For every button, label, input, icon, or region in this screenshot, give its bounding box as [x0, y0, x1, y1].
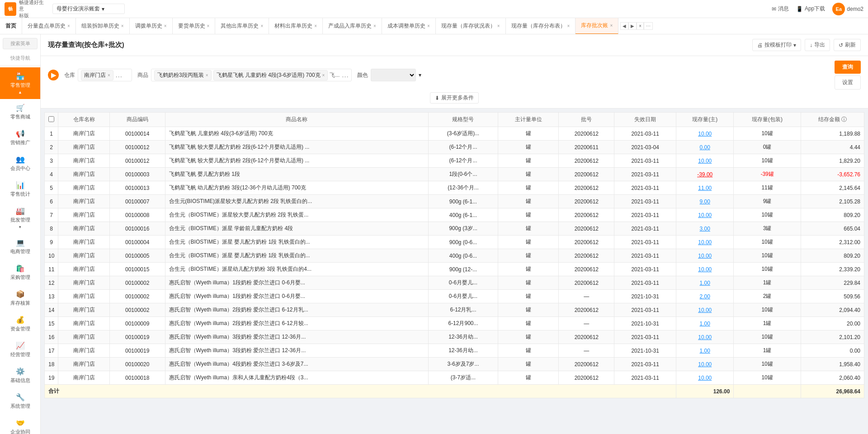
logo-icon-text: 畅 — [8, 6, 13, 12]
td-qty-main[interactable]: 3.00 — [676, 222, 734, 236]
th-name: 商品名称 — [165, 113, 428, 127]
sidebar-item-ecommerce[interactable]: 💻 电商管理 — [0, 234, 40, 259]
tab-10[interactable]: 现存量（库存分布表） × — [506, 18, 576, 34]
td-spec: 3-6岁及7岁... — [428, 358, 498, 371]
td-code: 00100020 — [109, 358, 165, 371]
sidebar-item-purchase[interactable]: 🛍️ 采购管理 — [0, 259, 40, 285]
sidebar-item-retail[interactable]: 🏪 零售管理 ▲ — [0, 67, 40, 99]
color-select[interactable] — [371, 69, 416, 81]
tab-close-4[interactable]: × — [207, 24, 210, 28]
td-qty-pkg: 10罐 — [734, 330, 801, 344]
td-qty-main[interactable]: 1.00 — [676, 276, 734, 290]
td-qty-main[interactable]: 10.00 — [676, 330, 734, 344]
td-qty-main[interactable]: 10.00 — [676, 127, 734, 141]
td-qty-main[interactable]: 10.00 — [676, 371, 734, 385]
tab-1[interactable]: 分量盘点单历史 × — [22, 18, 76, 34]
sidebar-item-members[interactable]: 👥 会员中心 — [0, 151, 40, 176]
tab-8[interactable]: 成本调整单历史 × — [382, 18, 436, 34]
tab-close-10[interactable]: × — [567, 24, 570, 28]
sidebar-item-mall[interactable]: 🛒 零售商城 — [0, 99, 40, 125]
sidebar-item-system[interactable]: 🔧 系统管理 — [0, 388, 40, 414]
nav-prev[interactable]: ◀ — [620, 22, 628, 30]
tab-3[interactable]: 调拨单历史 × — [130, 18, 173, 34]
sidebar-item-operations[interactable]: 📈 经营管理 — [0, 337, 40, 363]
logo-text: 畅捷通好生意 标版 — [19, 0, 45, 19]
td-batch: 20200612 — [559, 358, 614, 371]
td-qty-main[interactable]: 10.00 — [676, 249, 734, 263]
sidebar-item-inventory[interactable]: 📦 库存核算 — [0, 285, 40, 311]
table-row: 3 南岸门店 00100012 飞鹤星飞帆 较大婴儿配方奶粉 2段(6-12个月… — [45, 154, 864, 168]
search-input[interactable]: 搜索英单 — [3, 38, 38, 49]
td-qty-main[interactable]: 0.00 — [676, 141, 734, 154]
sidebar-item-wholesale[interactable]: 🏭 批发管理 ▾ — [0, 202, 40, 234]
tab-close-2[interactable]: × — [121, 24, 124, 28]
goods-tag-area[interactable]: 飞鹤奶粉3段丙瓶装 × 飞鹤星飞帆 儿童奶粉 4段(3-6岁适用) 700克 ×… — [151, 69, 352, 81]
td-qty-main[interactable]: 9.00 — [676, 195, 734, 208]
select-all-checkbox[interactable] — [48, 116, 54, 122]
warehouse-tag-close[interactable]: × — [108, 73, 110, 78]
tab-close-3[interactable]: × — [164, 24, 167, 28]
td-qty-main[interactable]: 10.00 — [676, 358, 734, 371]
goods-tag-close-2[interactable]: × — [322, 73, 325, 78]
workspace-selector[interactable]: 母婴行业演示账套 ▾ — [52, 4, 125, 14]
sidebar-item-basic[interactable]: ⚙️ 基础信息 — [0, 363, 40, 388]
td-qty-main[interactable]: 11.00 — [676, 181, 734, 195]
sidebar-nav-label[interactable]: 快捷导航 — [0, 53, 40, 63]
td-qty-main[interactable]: 10.00 — [676, 303, 734, 317]
tab-9[interactable]: 现存量（库存状况表） × — [436, 18, 506, 34]
td-qty-main[interactable]: 10.00 — [676, 236, 734, 249]
tab-7[interactable]: 产成品入库单历史 × — [323, 18, 382, 34]
nav-next[interactable]: ▶ — [628, 22, 637, 30]
sidebar-item-marketing[interactable]: 📢 营销推广 — [0, 125, 40, 151]
tab-close-11[interactable]: × — [610, 23, 613, 28]
print-button[interactable]: 🖨 按模板打印 ▾ — [752, 39, 801, 51]
td-qty-main[interactable]: 2.00 — [676, 290, 734, 303]
td-code: 00100019 — [109, 344, 165, 358]
td-qty-main[interactable]: -39.00 — [676, 168, 734, 181]
tab-11[interactable]: 库存批次账 × — [576, 18, 618, 34]
td-qty-main[interactable]: 1.00 — [676, 317, 734, 330]
message-button[interactable]: ✉ 消息 — [772, 5, 789, 13]
tab-2[interactable]: 组装拆卸单历史 × — [76, 18, 130, 34]
tab-close-8[interactable]: × — [427, 24, 430, 28]
tab-6[interactable]: 材料出库单历史 × — [269, 18, 323, 34]
tab-close-5[interactable]: × — [260, 24, 263, 28]
td-no: 17 — [45, 344, 58, 358]
td-qty-main[interactable]: 10.00 — [676, 263, 734, 276]
goods-tag-close-1[interactable]: × — [206, 73, 208, 78]
td-expire: 2021-03-04 — [614, 141, 676, 154]
tab-home[interactable]: 首页 — [0, 18, 22, 34]
sidebar-item-retail-stats[interactable]: 📊 零售统计 — [0, 176, 40, 202]
td-qty-main[interactable]: 1.00 — [676, 344, 734, 358]
nav-close-all[interactable]: × — [637, 22, 644, 30]
settings-button[interactable]: 设置 — [835, 75, 861, 90]
tab-5[interactable]: 其他出库单历史 × — [215, 18, 269, 34]
td-code: 00100019 — [109, 330, 165, 344]
td-expire: 2021-03-11 — [614, 263, 676, 276]
td-qty-main[interactable]: 10.00 — [676, 154, 734, 168]
user-profile[interactable]: Ea demo2 — [832, 3, 863, 15]
tab-4[interactable]: 要货单历史 × — [173, 18, 216, 34]
td-amount: 2,105.28 — [801, 195, 864, 208]
refresh-button[interactable]: ↺ 刷新 — [834, 39, 861, 51]
warehouse-tag-area[interactable]: 南岸门店 × … — [78, 69, 132, 81]
top-right: ✉ 消息 📱 App下载 Ea demo2 — [772, 3, 863, 15]
expand-arrow[interactable]: ▶ — [48, 70, 59, 80]
td-qty-pkg: 10罐 — [734, 303, 801, 317]
nav-more[interactable]: ⋯ — [644, 22, 653, 30]
td-no: 16 — [45, 330, 58, 344]
tab-close-6[interactable]: × — [314, 24, 317, 28]
td-qty-main[interactable]: 10.00 — [676, 208, 734, 222]
sidebar-item-finance[interactable]: 💰 资金管理 — [0, 311, 40, 337]
tab-close-1[interactable]: × — [67, 24, 70, 28]
query-button[interactable]: 查询 — [835, 61, 861, 74]
export-button[interactable]: ↓ 导出 — [805, 39, 830, 51]
td-warehouse: 南岸门店 — [58, 371, 109, 385]
tab-close-9[interactable]: × — [497, 24, 500, 28]
app-download-button[interactable]: 📱 App下载 — [796, 5, 825, 13]
th-checkbox[interactable] — [45, 113, 58, 127]
sidebar-item-collab[interactable]: 🤝 企业协同 — [0, 414, 40, 434]
warehouse-tag: 南岸门店 × — [81, 70, 113, 80]
expand-button[interactable]: ⬇ 展开更多条件 — [430, 92, 479, 104]
tab-close-7[interactable]: × — [373, 24, 376, 28]
